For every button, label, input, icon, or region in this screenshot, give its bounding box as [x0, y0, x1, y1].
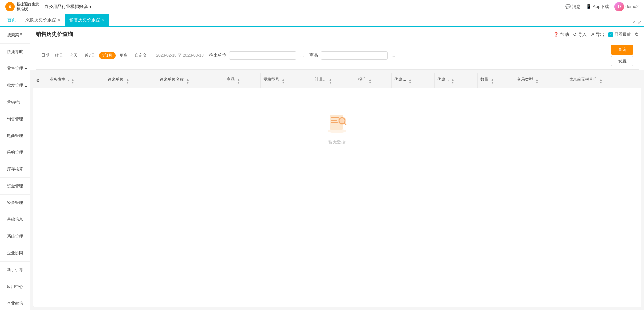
th-biz-date[interactable]: 业务发生... ▲▼ — [47, 73, 105, 88]
date-1month-btn[interactable]: 近1月 — [99, 52, 116, 59]
gear-icon[interactable]: ⚙ — [36, 78, 40, 83]
date-last7-btn[interactable]: 近7天 — [82, 52, 98, 59]
help-button[interactable]: ❓ 帮助 — [553, 32, 569, 38]
sidebar-wechat-label: 企业微信 — [7, 301, 23, 306]
tab-bar-actions: × ⤢ — [632, 20, 641, 26]
main-layout: 搜索菜单 快捷导航 零售管理 ▼ 批发管理 ▲ 营销推广 销售管理 电商管理 采… — [0, 27, 644, 310]
sidebar-basic-info-label: 基础信息 — [7, 217, 23, 222]
date-more-btn[interactable]: 更多 — [117, 52, 130, 59]
settings-button[interactable]: 设置 — [611, 56, 633, 66]
logo-text: 畅捷通好生意 标准版 — [17, 2, 39, 11]
sidebar-item-wechat[interactable]: 企业微信 — [0, 295, 30, 310]
tab-sales-history-close[interactable]: × — [102, 18, 104, 22]
close-window-icon[interactable]: × — [632, 20, 635, 25]
sidebar-item-app-center[interactable]: 应用中心 — [0, 278, 30, 295]
empty-state: 暂无数据 — [33, 88, 641, 165]
th-trade-type[interactable]: 交易类型 ▲▼ — [514, 73, 566, 88]
sort-arrows-quoted-price: ▲▼ — [369, 78, 372, 84]
avatar: D — [614, 2, 624, 11]
sidebar-item-search-menu[interactable]: 搜索菜单 — [0, 27, 30, 44]
th-counterparty-code[interactable]: 往来单位 ▲▼ — [105, 73, 157, 88]
sidebar-item-marketing[interactable]: 营销推广 — [3, 94, 27, 111]
sidebar-item-enterprise[interactable]: 企业协同 — [0, 245, 30, 262]
company-selector[interactable]: 办公用品行业模拟账套 ▾ — [42, 2, 94, 11]
sidebar-item-system[interactable]: 系统管理 — [0, 228, 30, 245]
page-title: 销售历史价查询 — [36, 31, 73, 38]
date-filter-label: 日期 — [41, 52, 50, 58]
phone-icon: 📱 — [586, 4, 591, 9]
maximize-icon[interactable]: ⤢ — [638, 20, 641, 25]
tab-sales-history[interactable]: 销售历史价跟踪 × — [65, 14, 109, 26]
empty-text: 暂无数据 — [328, 139, 346, 145]
sidebar-system-label: 系统管理 — [7, 234, 23, 239]
date-yesterday-btn[interactable]: 昨天 — [52, 52, 66, 59]
table-header-row: ⚙ 业务发生... ▲▼ 往来单位 ▲▼ 往来单位名称 ▲▼ — [33, 73, 641, 88]
checkbox-checked-icon: ✓ — [608, 32, 613, 37]
import-button[interactable]: ↺ 导入 — [573, 32, 587, 38]
th-unit[interactable]: 计量... ▲▼ — [312, 73, 355, 88]
sidebar-enterprise-label: 企业协同 — [7, 250, 23, 256]
sidebar-item-operations[interactable]: 经营管理 — [0, 195, 30, 211]
data-table: ⚙ 业务发生... ▲▼ 往来单位 ▲▼ 往来单位名称 ▲▼ — [33, 73, 641, 88]
export-icon: ↗ — [591, 32, 594, 37]
sort-arrows-counterparty-code: ▲▼ — [126, 78, 129, 84]
goods-dots[interactable]: ... — [392, 53, 395, 58]
sidebar-item-sales-mgmt[interactable]: 销售管理 — [3, 111, 27, 127]
user-menu[interactable]: D demo2 — [614, 2, 639, 11]
sort-arrows-quantity: ▲▼ — [491, 78, 494, 84]
goods-label: 商品 — [309, 52, 318, 58]
sidebar-quick-nav-label: 快捷导航 — [7, 49, 23, 55]
export-button[interactable]: ↗ 导出 — [591, 32, 604, 38]
th-no-tax-price[interactable]: 优惠前无税单价 ▲▼ — [566, 73, 641, 88]
top-bar-right: 💬 消息 📱 App下载 D demo2 — [565, 2, 639, 11]
chevron-down-icon: ▼ — [24, 67, 28, 70]
sidebar-item-wholesale[interactable]: 批发管理 ▲ — [0, 77, 30, 94]
content-area: 销售历史价查询 ❓ 帮助 ↺ 导入 ↗ 导出 ✓ — [30, 27, 644, 310]
sidebar-item-tutorial[interactable]: 新手引导 — [0, 262, 30, 278]
query-button[interactable]: 查询 — [611, 45, 633, 55]
sort-arrows-biz-date: ▲▼ — [71, 78, 74, 84]
th-discount2[interactable]: 优惠... ▲▼ — [435, 73, 478, 88]
app-download-button[interactable]: 📱 App下载 — [586, 4, 609, 10]
message-button[interactable]: 💬 消息 — [565, 4, 581, 10]
sidebar-item-quick-nav[interactable]: 快捷导航 — [0, 44, 30, 60]
dropdown-arrow-icon: ▾ — [89, 4, 92, 9]
date-today-btn[interactable]: 今天 — [67, 52, 80, 59]
th-discount1[interactable]: 优惠... ▲▼ — [392, 73, 435, 88]
sidebar-ecommerce-label: 电商管理 — [7, 133, 23, 139]
counterparty-filter-group: 往来单位 ... — [209, 51, 304, 60]
sort-arrows-trade-type: ▲▼ — [536, 78, 539, 84]
sidebar-purchase-label: 采购管理 — [7, 150, 23, 155]
svg-rect-4 — [331, 117, 339, 118]
th-quoted-price[interactable]: 报价 ▲▼ — [355, 73, 392, 88]
company-name: 办公用品行业模拟账套 — [44, 4, 88, 10]
th-spec[interactable]: 规格型号 ▲▼ — [260, 73, 312, 88]
tab-bar: 首页 采购历史价跟踪 × 销售历史价跟踪 × × ⤢ — [0, 13, 644, 27]
sidebar: 搜索菜单 快捷导航 零售管理 ▼ 批发管理 ▲ 营销推广 销售管理 电商管理 采… — [0, 27, 30, 310]
sidebar-item-basic-info[interactable]: 基础信息 — [0, 211, 30, 228]
sidebar-inventory-label: 库存核算 — [7, 166, 23, 172]
tab-home[interactable]: 首页 — [3, 14, 21, 26]
date-range-display: 2023-02-18 至 2023-03-18 — [155, 53, 203, 58]
logo-area: 6 畅捷通好生意 标准版 — [5, 2, 39, 11]
tab-purchase-history[interactable]: 采购历史价跟踪 × — [21, 14, 65, 26]
sidebar-search-menu-label: 搜索菜单 — [7, 32, 23, 38]
goods-input[interactable] — [321, 51, 388, 60]
th-goods[interactable]: 商品 ▲▼ — [224, 73, 260, 88]
tab-purchase-history-close[interactable]: × — [58, 18, 60, 22]
date-custom-btn[interactable]: 自定义 — [132, 52, 149, 59]
sidebar-item-inventory[interactable]: 库存核算 — [0, 161, 30, 178]
sidebar-item-finance[interactable]: 资金管理 — [0, 178, 30, 195]
counterparty-input[interactable] — [229, 51, 296, 60]
sort-arrows-spec: ▲▼ — [282, 78, 285, 84]
th-quantity[interactable]: 数量 ▲▼ — [478, 73, 514, 88]
sidebar-item-purchase[interactable]: 采购管理 — [0, 144, 30, 161]
sidebar-item-retail[interactable]: 零售管理 ▼ — [0, 60, 30, 77]
counterparty-dots[interactable]: ... — [300, 53, 304, 58]
chevron-up-icon: ▲ — [24, 84, 28, 87]
th-counterparty-name[interactable]: 往来单位名称 ▲▼ — [157, 73, 224, 88]
svg-rect-5 — [331, 120, 337, 121]
only-latest-checkbox[interactable]: ✓ 只看最后一次 — [608, 32, 639, 37]
query-btn-group: 查询 设置 — [611, 45, 633, 66]
sidebar-item-ecommerce[interactable]: 电商管理 — [0, 127, 30, 144]
